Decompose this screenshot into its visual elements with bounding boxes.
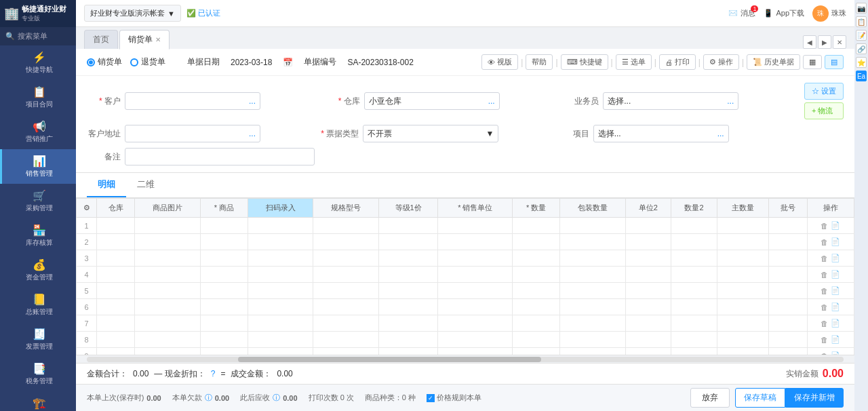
user-profile[interactable]: 珠 珠珠 xyxy=(812,5,846,22)
tab-close-btn[interactable]: ✕ xyxy=(155,36,161,43)
col-scan[interactable]: 扫码录入 xyxy=(248,199,313,218)
copy-icon[interactable]: 📄 xyxy=(831,254,840,262)
right-panel-icon-4[interactable]: 🔗 xyxy=(856,43,867,54)
sidebar-item-project[interactable]: 📋 项目合同 xyxy=(0,80,76,115)
scroll-thumb[interactable] xyxy=(238,357,540,362)
delete-icon[interactable]: 🗑 xyxy=(821,238,828,246)
copy-icon[interactable]: 📄 xyxy=(831,335,840,344)
delete-icon[interactable]: 🗑 xyxy=(821,303,828,311)
delete-icon[interactable]: 🗑 xyxy=(821,319,828,328)
table-row[interactable]: 4🗑📄 xyxy=(77,267,854,283)
toolbar-history-btn[interactable]: 📜历史单据 xyxy=(747,54,800,70)
tab-home[interactable]: 首页 xyxy=(84,30,118,49)
project-dots[interactable]: ... xyxy=(717,129,724,138)
abandon-btn[interactable]: 放弃 xyxy=(690,388,730,408)
sidebar-item-assets[interactable]: 🏗️ 固定资产 xyxy=(0,391,76,411)
help-icon[interactable]: ? xyxy=(211,369,216,378)
address-input[interactable]: ... xyxy=(125,125,260,142)
salesperson-input[interactable]: 选择... ... xyxy=(603,92,738,110)
tab-salesorder[interactable]: 销货单 ✕ xyxy=(119,30,170,50)
delete-icon[interactable]: 🗑 xyxy=(821,287,828,295)
warehouse-dots[interactable]: ... xyxy=(488,96,495,106)
sidebar-item-inventory[interactable]: 🏪 库存核算 xyxy=(0,218,76,253)
logistics-btn[interactable]: + 物流 xyxy=(804,102,844,119)
remark-input[interactable] xyxy=(125,148,315,165)
assets-icon: 🏗️ xyxy=(33,397,46,410)
delete-icon[interactable]: 🗑 xyxy=(821,271,828,279)
copy-icon[interactable]: 📄 xyxy=(831,237,840,246)
table-row[interactable]: 3🗑📄 xyxy=(77,250,854,267)
save-draft-btn[interactable]: 保存草稿 xyxy=(735,388,785,408)
receivable-item: 此后应收 ⓘ 0.00 xyxy=(240,393,297,403)
receivable-value: 0.00 xyxy=(283,394,297,402)
toolbar-grid2-btn[interactable]: ▤ xyxy=(825,55,844,69)
copy-icon[interactable]: 📄 xyxy=(831,221,840,230)
invoice-input[interactable]: 不开票 ▼ xyxy=(363,125,498,142)
receivable-icon[interactable]: ⓘ xyxy=(273,393,280,403)
delete-icon[interactable]: 🗑 xyxy=(821,222,828,230)
right-panel-icon-active[interactable]: Ea xyxy=(856,71,867,81)
table-row[interactable]: 6🗑📄 xyxy=(77,299,854,315)
right-panel-icon-3[interactable]: 📝 xyxy=(856,30,867,41)
right-panel-icon-1[interactable]: 📷 xyxy=(856,3,867,14)
copy-icon[interactable]: 📄 xyxy=(831,286,840,295)
col-qty2: 数量2 xyxy=(671,199,717,218)
table-row[interactable]: 8🗑📄 xyxy=(77,332,854,348)
tab-next-btn[interactable]: ▶ xyxy=(818,35,831,49)
right-panel-icon-2[interactable]: 📋 xyxy=(856,16,867,27)
message-btn[interactable]: ✉️ 1 消息 xyxy=(728,8,755,18)
table-row[interactable]: 9🗑📄 xyxy=(77,348,854,355)
table-row[interactable]: 2🗑📄 xyxy=(77,234,854,250)
toolbar-select-btn[interactable]: ☰选单 xyxy=(616,54,652,70)
customer-input[interactable]: ... xyxy=(125,92,260,110)
table-row[interactable]: 7🗑📄 xyxy=(77,315,854,332)
invoice-field: 票据类型 不开票 ▼ xyxy=(321,125,544,142)
toolbar-ops-btn[interactable]: ⚙操作 xyxy=(703,54,739,70)
toolbar-shortcut-btn[interactable]: ⌨快捷键 xyxy=(561,54,608,70)
form-row-2: 客户地址 ... 票据类型 不开票 ▼ 项目 xyxy=(87,125,844,142)
tab-close-all-btn[interactable]: ✕ xyxy=(833,35,846,49)
sidebar-item-accounting[interactable]: 📒 总账管理 xyxy=(0,288,76,322)
toolbar-help-btn[interactable]: 帮助 xyxy=(526,54,553,70)
sidebar-item-marketing[interactable]: 📢 营销推广 xyxy=(0,115,76,149)
sidebar-item-purchase[interactable]: 🛒 采购管理 xyxy=(0,184,76,218)
table-row[interactable]: 1🗑📄 xyxy=(77,218,854,234)
save-new-btn[interactable]: 保存并新增 xyxy=(785,388,844,408)
sidebar-item-quicknav[interactable]: ⚡ 快捷导航 xyxy=(0,45,76,80)
toolbar-grid1-btn[interactable]: ▦ xyxy=(803,55,822,69)
scroll-bar[interactable] xyxy=(76,355,854,363)
company-selector[interactable]: 好业财专业版演示帐套 ▼ xyxy=(84,5,181,22)
sidebar-search[interactable]: 🔍 搜索菜单 xyxy=(0,27,76,45)
col-main-qty: 主数量 xyxy=(717,199,768,218)
right-panel-icon-5[interactable]: ⭐ xyxy=(856,57,867,68)
price-rule-checkbox[interactable]: 价格规则本单 xyxy=(427,393,481,403)
tab-2d[interactable]: 二维 xyxy=(126,173,165,197)
warehouse-input[interactable]: 小亚仓库 ... xyxy=(364,92,500,110)
tab-prev-btn[interactable]: ◀ xyxy=(803,35,816,49)
app-download-btn[interactable]: 📱 App下载 xyxy=(764,8,804,18)
radio-salesorder-dot xyxy=(87,58,95,66)
address-dots[interactable]: ... xyxy=(249,129,256,138)
project-input[interactable]: 选择... ... xyxy=(593,125,729,142)
delete-icon[interactable]: 🗑 xyxy=(821,254,828,262)
debt-icon[interactable]: ⓘ xyxy=(205,393,212,403)
customer-dots[interactable]: ... xyxy=(249,96,256,106)
copy-icon[interactable]: 📄 xyxy=(831,319,840,328)
sidebar-item-funds[interactable]: 💰 资金管理 xyxy=(0,253,76,288)
salesperson-dots[interactable]: ... xyxy=(727,96,734,106)
radio-salesorder[interactable]: 销货单 xyxy=(87,56,122,68)
calendar-icon[interactable]: 📅 xyxy=(283,58,293,67)
tab-detail[interactable]: 明细 xyxy=(87,173,126,197)
col-settings[interactable]: ⚙ xyxy=(77,199,97,218)
copy-icon[interactable]: 📄 xyxy=(831,270,840,279)
copy-icon[interactable]: 📄 xyxy=(831,302,840,311)
sidebar-item-sales[interactable]: 📊 销售管理 xyxy=(0,149,76,184)
radio-returnorder[interactable]: 退货单 xyxy=(130,56,165,68)
sidebar-item-tax[interactable]: 📑 税务管理 xyxy=(0,357,76,391)
sidebar-item-invoice[interactable]: 🧾 发票管理 xyxy=(0,322,76,357)
table-row[interactable]: 5🗑📄 xyxy=(77,283,854,299)
toolbar-print-btn[interactable]: 🖨打印 xyxy=(659,54,696,70)
delete-icon[interactable]: 🗑 xyxy=(821,336,828,344)
settings-btn[interactable]: ☆ 设置 xyxy=(804,83,844,100)
toolbar-view-btn[interactable]: 👁视版 xyxy=(481,54,518,70)
